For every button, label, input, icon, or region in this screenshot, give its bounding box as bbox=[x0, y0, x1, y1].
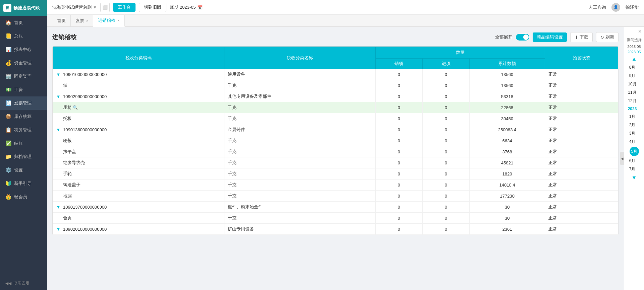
period-month-1[interactable]: 1月 bbox=[624, 113, 640, 121]
download-button[interactable]: ⬇ 下载 bbox=[570, 32, 593, 42]
expand-icon[interactable]: ▼ bbox=[56, 205, 61, 210]
period-month-10[interactable]: 10月 bbox=[624, 80, 640, 88]
group-sales: 0 bbox=[375, 69, 422, 80]
assets-icon: 🏢 bbox=[5, 73, 11, 79]
app-logo: 畅 畅捷通易代账 bbox=[0, 0, 47, 16]
table-row: ▼ 109020100000000000 bbox=[53, 224, 224, 235]
col-purchase-header: 进项 bbox=[423, 59, 470, 69]
sidebar-label-archive: 归档管理 bbox=[14, 154, 32, 160]
table-row: ▼ 109010000000000000 bbox=[53, 69, 224, 80]
expand-icon[interactable]: ▼ bbox=[56, 72, 61, 77]
period-down-button[interactable]: ▼ bbox=[624, 173, 644, 182]
tab-invoice-label: 发票 bbox=[75, 18, 84, 24]
period-year-label: 2023 bbox=[624, 105, 640, 113]
user-avatar: 👤 bbox=[611, 3, 620, 12]
sidebar-label-finance: 资金管理 bbox=[14, 60, 32, 66]
sidebar-item-home[interactable]: 🏠 首页 bbox=[0, 16, 47, 29]
sidebar-item-salary[interactable]: 💵 工资 bbox=[0, 83, 47, 96]
refresh-button[interactable]: ↻ 刷新 bbox=[596, 32, 619, 42]
period-month-4[interactable]: 4月 bbox=[624, 138, 640, 146]
group-sales: 0 bbox=[375, 224, 422, 235]
expand-icon[interactable]: ▼ bbox=[56, 127, 61, 132]
table-row: 地漏 bbox=[53, 191, 224, 202]
refresh-label: 刷新 bbox=[605, 34, 614, 40]
sidebar-footer-pin[interactable]: ◀◀ 取消固定 bbox=[0, 276, 47, 290]
period-up-button[interactable]: ▲ bbox=[624, 55, 644, 63]
panel-toggle-button[interactable]: ◀ bbox=[620, 152, 624, 165]
invoice-icon: 🧾 bbox=[5, 100, 11, 106]
sidebar-footer-label: 取消固定 bbox=[13, 280, 30, 286]
child-status: 正常 bbox=[545, 157, 618, 168]
expand-toggle[interactable] bbox=[516, 34, 529, 41]
sidebar-label-ledger: 总账 bbox=[14, 33, 23, 39]
switch-version-button[interactable]: 切到旧版 bbox=[139, 3, 166, 12]
workbench-button[interactable]: 工作台 bbox=[113, 3, 136, 12]
child-unit: 千克 bbox=[224, 191, 375, 202]
child-unit: 千克 bbox=[224, 146, 375, 157]
sidebar-item-reports[interactable]: 📊 报表中心 bbox=[0, 43, 47, 56]
tab-invoice-close[interactable]: × bbox=[86, 19, 88, 23]
sidebar: 畅 畅捷通易代账 🏠 首页 📒 总账 📊 报表中心 💰 资金管理 🏢 固定资产 … bbox=[0, 0, 47, 290]
period-month-5[interactable]: 5月 bbox=[630, 147, 639, 156]
member-icon: 👑 bbox=[5, 194, 11, 200]
child-purchase: 0 bbox=[423, 135, 470, 146]
child-total: 3768 bbox=[470, 146, 545, 157]
child-sales: 0 bbox=[375, 80, 422, 91]
expand-icon[interactable]: ▼ bbox=[56, 94, 61, 99]
group-code: 109010000000000000 bbox=[63, 72, 107, 77]
sidebar-item-guide[interactable]: 🔰 新手引导 bbox=[0, 177, 47, 190]
company-selector[interactable]: 沈海英测试经营勿删 ▼ bbox=[52, 4, 97, 10]
sidebar-label-inventory: 库存核算 bbox=[14, 114, 32, 120]
group-total: 2361 bbox=[470, 224, 545, 235]
period-month-9[interactable]: 9月 bbox=[624, 72, 640, 80]
period-month-6[interactable]: 6月 bbox=[624, 157, 640, 165]
panel-close-button[interactable]: ✕ bbox=[638, 29, 642, 34]
sidebar-item-member[interactable]: 👑 畅会员 bbox=[0, 190, 47, 204]
sidebar-item-tax[interactable]: 📋 税务管理 bbox=[0, 123, 47, 137]
child-purchase: 0 bbox=[423, 191, 470, 202]
sidebar-item-inventory[interactable]: 📦 库存核算 bbox=[0, 110, 47, 123]
toggle-label: 全部展开 bbox=[495, 34, 513, 40]
tab-reconcile-close[interactable]: × bbox=[117, 18, 119, 22]
group-total: 30 bbox=[470, 202, 545, 213]
sidebar-label-settings: 设置 bbox=[14, 167, 23, 173]
sidebar-label-assets: 固定资产 bbox=[14, 73, 32, 79]
sidebar-item-ledger[interactable]: 📒 总账 bbox=[0, 29, 47, 43]
calendar-icon[interactable]: 📅 bbox=[197, 5, 203, 10]
child-unit: 千克 bbox=[224, 113, 375, 124]
tab-invoice[interactable]: 发票 × bbox=[71, 15, 93, 27]
child-total: 177230 bbox=[470, 191, 545, 202]
period-month-11[interactable]: 11月 bbox=[624, 88, 640, 97]
sidebar-item-settings[interactable]: ⚙️ 设置 bbox=[0, 163, 47, 177]
refresh-icon: ↻ bbox=[600, 35, 604, 40]
sidebar-item-invoice[interactable]: 🧾 发票管理 bbox=[0, 96, 47, 110]
child-sales: 0 bbox=[375, 102, 422, 113]
right-panel: ◀ ✕ 期间选择 2023.05 2023.05 ▲ 8月 9月 10月 11月… bbox=[624, 27, 644, 290]
table-row: ▼ 109013600000000000 bbox=[53, 124, 224, 135]
product-code-button[interactable]: 商品编码设置 bbox=[533, 32, 567, 42]
table-row: 轴 bbox=[53, 80, 224, 91]
period-month-12[interactable]: 12月 bbox=[624, 97, 640, 105]
topbar-right: 人工咨询 👤 徐泽华 bbox=[589, 3, 639, 12]
child-sales: 0 bbox=[375, 213, 422, 224]
period-month-7[interactable]: 7月 bbox=[624, 165, 640, 173]
search-icon[interactable]: 🔍 bbox=[73, 105, 78, 110]
save-button[interactable]: ⬜ bbox=[100, 3, 110, 12]
table-row: 轮毂 bbox=[53, 135, 224, 146]
sidebar-item-archive[interactable]: 📁 归档管理 bbox=[0, 150, 47, 163]
support-label[interactable]: 人工咨询 bbox=[589, 4, 606, 10]
tab-reconcile[interactable]: 进销稽核 × bbox=[93, 15, 124, 27]
period-month-8[interactable]: 8月 bbox=[624, 63, 640, 72]
child-status: 正常 bbox=[545, 191, 618, 202]
expand-icon[interactable]: ▼ bbox=[56, 227, 61, 232]
page-header: 进销稽核 全部展开 商品编码设置 ⬇ 下载 ↻ 刷新 bbox=[52, 32, 619, 42]
tab-home[interactable]: 首页 bbox=[52, 15, 71, 27]
sidebar-item-finance[interactable]: 💰 资金管理 bbox=[0, 56, 47, 70]
sidebar-item-close[interactable]: ✅ 结账 bbox=[0, 137, 47, 150]
period-month-3[interactable]: 3月 bbox=[624, 129, 640, 138]
group-code: 109020100000000000 bbox=[63, 227, 107, 232]
close-books-icon: ✅ bbox=[5, 140, 11, 146]
col-total-header: 累计数额 bbox=[470, 59, 545, 69]
period-month-2[interactable]: 2月 bbox=[624, 121, 640, 129]
sidebar-item-assets[interactable]: 🏢 固定资产 bbox=[0, 70, 47, 83]
